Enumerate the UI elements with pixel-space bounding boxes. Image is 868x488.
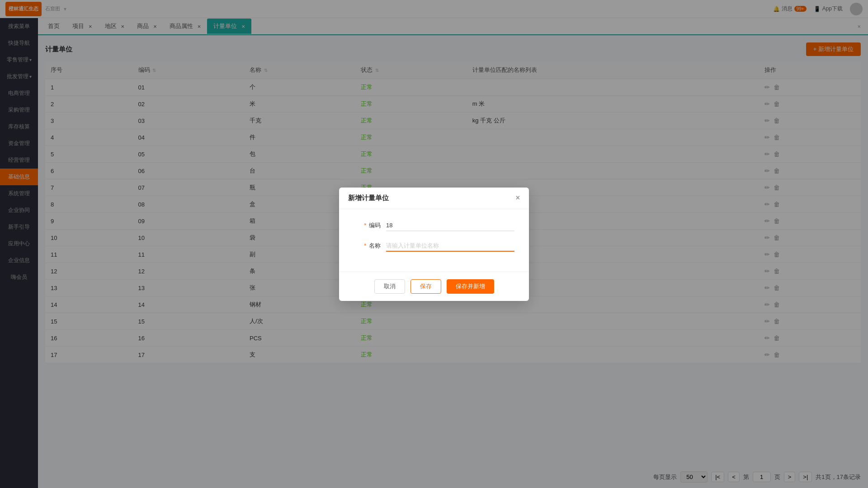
code-label: * 编码: [354, 221, 381, 230]
code-input[interactable]: [386, 220, 514, 231]
form-row-code: * 编码: [354, 220, 514, 231]
modal-body: * 编码 * 名称: [339, 209, 529, 272]
add-unit-modal: 新增计量单位 × * 编码 * 名称 取消 保存 保存并新增: [339, 188, 529, 301]
name-label: * 名称: [354, 242, 381, 250]
name-input[interactable]: [386, 240, 514, 252]
save-and-new-button[interactable]: 保存并新增: [447, 279, 494, 294]
modal-overlay[interactable]: 新增计量单位 × * 编码 * 名称 取消 保存 保存并新增: [0, 0, 868, 488]
form-row-name: * 名称: [354, 240, 514, 252]
modal-close-btn[interactable]: ×: [516, 194, 520, 202]
save-button[interactable]: 保存: [410, 279, 441, 294]
modal-title: 新增计量单位: [348, 194, 389, 202]
modal-header: 新增计量单位 ×: [339, 188, 529, 209]
modal-footer: 取消 保存 保存并新增: [339, 272, 529, 301]
cancel-button[interactable]: 取消: [374, 279, 405, 294]
